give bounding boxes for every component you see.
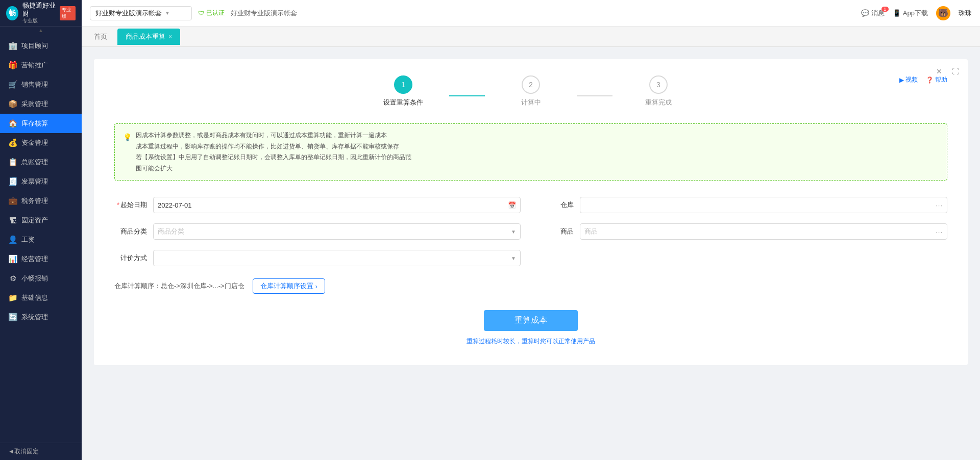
topbar-right: 💬 消息 1 📱 App下载 🐻 珠珠	[861, 6, 972, 20]
sidebar-item-operations[interactable]: 📊 经营管理	[0, 249, 82, 269]
expand-panel-button[interactable]: ⛶	[949, 65, 962, 78]
logo-edition: 专业版	[22, 17, 56, 24]
warehouse-order-button-label: 仓库计算顺序设置	[260, 282, 313, 291]
sidebar-item-system[interactable]: 🔄 系统管理	[0, 308, 82, 327]
step-3-label: 重算完成	[645, 98, 672, 107]
sidebar-item-sales[interactable]: 🛒 销售管理	[0, 75, 82, 94]
sidebar-label-system: 系统管理	[21, 313, 48, 322]
sidebar-item-invoice[interactable]: 🧾 发票管理	[0, 172, 82, 191]
start-date-input[interactable]: 2022-07-01 📅	[153, 197, 521, 213]
sidebar-item-expense[interactable]: ⚙ 小畅报销	[0, 269, 82, 288]
message-button[interactable]: 💬 消息 1	[861, 9, 885, 18]
sidebar-label-ledger: 总账管理	[21, 158, 48, 167]
play-icon: ▶	[899, 76, 904, 84]
sidebar-label-marketing: 营销推广	[21, 61, 48, 70]
start-date-label: *起始日期	[114, 200, 147, 210]
phone-icon: 📱	[893, 9, 901, 17]
sidebar-item-tax[interactable]: 💼 税务管理	[0, 191, 82, 211]
logo-icon: 畅	[6, 6, 18, 20]
sidebar-item-payroll[interactable]: 👤 工资	[0, 230, 82, 249]
pricing-select[interactable]: ▼	[153, 250, 521, 266]
product-placeholder: 商品	[584, 227, 598, 236]
sidebar-item-inventory[interactable]: 🏠 库存核算	[0, 114, 82, 133]
product-input[interactable]: 商品 ···	[580, 223, 947, 240]
warehouse-input[interactable]: ···	[580, 197, 947, 213]
unpin-label: ◄取消固定	[8, 447, 39, 456]
logo-app-name: 畅捷通好业财	[22, 2, 56, 17]
step-3-circle: 3	[649, 75, 668, 94]
inventory-icon: 🏠	[8, 119, 17, 128]
user-avatar[interactable]: 🐻	[936, 6, 950, 20]
message-icon: 💬	[861, 9, 869, 17]
main-area: 好业财专业版演示帐套 ▼ 🛡 已认证 好业财专业版演示帐套 💬 消息 1 📱 A…	[82, 0, 980, 460]
sidebar-label-tax: 税务管理	[21, 196, 48, 206]
sidebar-label-inventory: 库存核算	[21, 119, 48, 128]
warehouse-row: 仓库 ···	[541, 197, 947, 213]
help-link[interactable]: ❓ 帮助	[926, 75, 947, 84]
video-label: 视频	[905, 75, 918, 84]
sidebar-label-project: 项目顾问	[21, 41, 48, 50]
account-selector[interactable]: 好业财专业版演示帐套 ▼	[90, 6, 192, 20]
shield-icon: 🛡	[198, 10, 204, 17]
content-panel: ✕ ⛶ ▶ 视频 ❓ 帮助	[94, 59, 968, 365]
step-2: 2 计算中	[480, 75, 582, 107]
start-date-value: 2022-07-01	[158, 201, 192, 209]
info-line-1: 因成本计算参数调整，或是对商品成本有疑问时，可以通过成本重算功能，重新计算一遍成…	[136, 130, 411, 141]
step-2-label: 计算中	[521, 98, 541, 107]
recalculate-button[interactable]: 重算成本	[484, 310, 578, 331]
marketing-icon: 🎁	[8, 61, 17, 70]
app-download-button[interactable]: 📱 App下载	[893, 9, 928, 18]
sidebar-label-basic: 基础信息	[21, 293, 48, 302]
sidebar-label-operations: 经营管理	[21, 254, 48, 264]
step-2-circle: 2	[522, 75, 540, 94]
pro-badge: 专业版	[60, 6, 76, 20]
step-3-num: 3	[656, 81, 660, 89]
purchase-icon: 📦	[8, 99, 17, 109]
username-label[interactable]: 珠珠	[959, 9, 972, 18]
sidebar-item-purchase[interactable]: 📦 采购管理	[0, 94, 82, 114]
category-chevron-down-icon: ▼	[511, 229, 516, 235]
steps-area: 1 设置重算条件 2 计算中	[114, 75, 947, 107]
operations-icon: 📊	[8, 254, 17, 264]
assets-icon: 🏗	[8, 216, 17, 225]
sidebar-menu: 🏢 项目顾问 🎁 营销推广 🛒 销售管理 📦 采购管理 🏠 库存核算 💰 资金管…	[0, 34, 82, 443]
project-icon: 🏢	[8, 41, 17, 50]
logo-text-block: 畅捷通好业财 专业版	[22, 2, 56, 24]
pricing-row: 计价方式 ▼	[114, 250, 521, 266]
sidebar-item-finance[interactable]: 💰 资金管理	[0, 133, 82, 152]
sales-icon: 🛒	[8, 80, 17, 89]
sidebar-item-project[interactable]: 🏢 项目顾问	[0, 36, 82, 56]
tax-icon: 💼	[8, 196, 17, 206]
warehouse-order-label: 仓库计算顺序：总仓->深圳仓库->...->门店仓	[114, 282, 244, 291]
step-1-num: 1	[401, 81, 405, 89]
question-icon: ❓	[926, 76, 934, 84]
category-select[interactable]: 商品分类 ▼	[153, 223, 521, 240]
sidebar-label-purchase: 采购管理	[21, 99, 48, 109]
warehouse-more-icon: ···	[936, 201, 943, 209]
warehouse-order-row: 仓库计算顺序：总仓->深圳仓库->...->门店仓 仓库计算顺序设置 ›	[114, 278, 947, 294]
warehouse-order-setting-button[interactable]: 仓库计算顺序设置 ›	[253, 278, 325, 294]
step-1-label: 设置重算条件	[383, 98, 423, 107]
info-text: 因成本计算参数调整，或是对商品成本有疑问时，可以通过成本重算功能，重新计算一遍成…	[136, 130, 411, 174]
required-star: *	[117, 201, 119, 209]
sidebar-item-marketing[interactable]: 🎁 营销推广	[0, 56, 82, 75]
account-name: 好业财专业版演示帐套	[95, 9, 162, 18]
video-link[interactable]: ▶ 视频	[899, 75, 918, 84]
form-grid: *起始日期 2022-07-01 📅 仓库 ···	[114, 197, 947, 266]
scroll-up-indicator[interactable]: ▲	[0, 27, 82, 34]
system-icon: 🔄	[8, 313, 17, 322]
sidebar-item-assets[interactable]: 🏗 固定资产	[0, 211, 82, 230]
sidebar-item-ledger[interactable]: 📋 总账管理	[0, 152, 82, 172]
unpin-sidebar-button[interactable]: ◄取消固定	[0, 443, 82, 460]
recalc-section: 重算成本 重算过程耗时较长，重算时您可以正常使用产品	[114, 310, 947, 346]
step-1: 1 设置重算条件	[352, 75, 454, 107]
help-label: 帮助	[935, 75, 947, 84]
category-label: 商品分类	[114, 227, 147, 236]
app-download-label: App下载	[903, 9, 928, 18]
sidebar-item-basic[interactable]: 📁 基础信息	[0, 288, 82, 308]
tab-product-cost-recalc[interactable]: 商品成本重算 ×	[117, 29, 180, 45]
tab-home[interactable]: 首页	[86, 29, 115, 45]
close-tab-icon[interactable]: ×	[168, 33, 172, 40]
pricing-label: 计价方式	[114, 253, 147, 263]
account-chevron-down-icon: ▼	[165, 10, 170, 16]
